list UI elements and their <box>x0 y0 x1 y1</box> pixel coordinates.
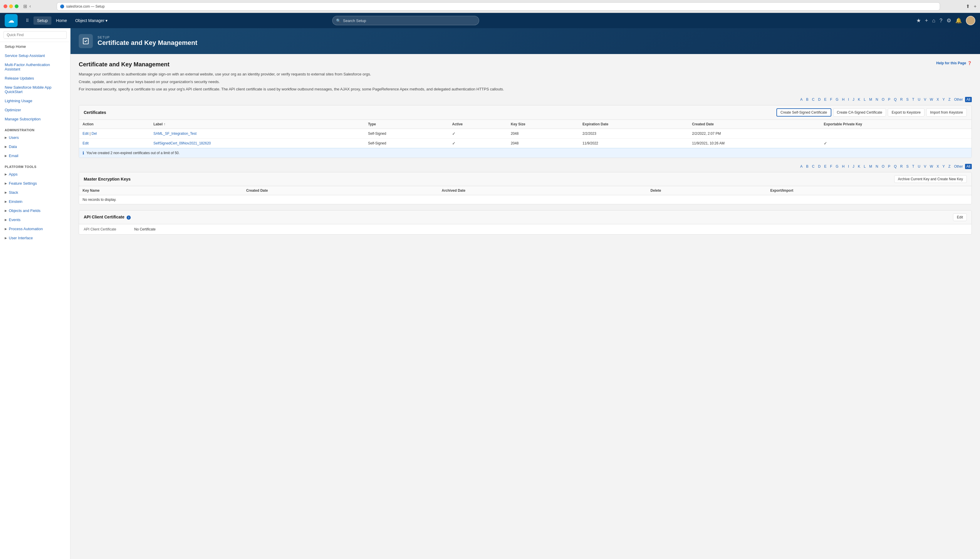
alpha-nav-c[interactable]: C <box>811 164 816 169</box>
alpha-nav-c[interactable]: C <box>811 97 816 102</box>
alpha-nav-p[interactable]: P <box>887 97 892 102</box>
alpha-nav-y[interactable]: Y <box>941 164 946 169</box>
alpha-nav-d[interactable]: D <box>817 97 822 102</box>
nav-apps-icon[interactable]: ⠿ <box>22 17 32 25</box>
nav-object-manager[interactable]: Object Manager ▾ <box>72 17 111 25</box>
alpha-nav-q[interactable]: Q <box>892 97 898 102</box>
sidebar-item-apps[interactable]: ▶ Apps <box>0 170 70 179</box>
sidebar-item-release-updates[interactable]: Release Updates <box>0 74 70 83</box>
sidebar-item-slack[interactable]: ▶ Slack <box>0 188 70 197</box>
alpha-nav-b[interactable]: B <box>804 97 810 102</box>
alpha-nav-h[interactable]: H <box>841 164 846 169</box>
alpha-nav-f[interactable]: F <box>828 164 833 169</box>
sidebar-item-setup-home[interactable]: Setup Home <box>0 42 70 51</box>
alpha-nav-i[interactable]: I <box>847 164 851 169</box>
alpha-nav-x[interactable]: X <box>935 97 940 102</box>
sidebar-item-service-setup[interactable]: Service Setup Assistant <box>0 51 70 60</box>
sidebar-item-mobile-quickstart[interactable]: New Salesforce Mobile App QuickStart <box>0 83 70 96</box>
create-self-signed-button[interactable]: Create Self-Signed Certificate <box>776 108 831 117</box>
alpha-nav-y[interactable]: Y <box>941 97 946 102</box>
sidebar-item-manage-subscription[interactable]: Manage Subscription <box>0 114 70 124</box>
edit-link-2[interactable]: Edit <box>83 141 89 146</box>
alpha-nav-j[interactable]: J <box>851 164 856 169</box>
sf-search-bar[interactable]: 🔍 Search Setup <box>332 16 479 25</box>
alpha-nav-q[interactable]: Q <box>892 164 898 169</box>
export-keystore-button[interactable]: Export to Keystore <box>888 108 924 117</box>
alpha-nav-u[interactable]: U <box>916 164 922 169</box>
alpha-nav-t[interactable]: T <box>911 164 916 169</box>
alpha-nav-v[interactable]: V <box>922 97 928 102</box>
del-link-1[interactable]: Del <box>91 132 97 136</box>
sidebar-item-einstein[interactable]: ▶ Einstein <box>0 197 70 206</box>
back-icon[interactable]: ‹ <box>29 3 31 9</box>
alpha-nav-s[interactable]: S <box>905 97 910 102</box>
star-icon[interactable]: ★ <box>916 17 921 24</box>
alpha-nav-h[interactable]: H <box>841 97 846 102</box>
alpha-nav-w[interactable]: W <box>928 97 934 102</box>
alpha-nav-r[interactable]: R <box>899 164 904 169</box>
home-icon[interactable]: ⌂ <box>932 18 935 24</box>
alpha-nav-l[interactable]: L <box>862 97 867 102</box>
alpha-nav-m[interactable]: M <box>868 97 874 102</box>
cert-label-link-2[interactable]: SelfSignedCert_09Nov2021_182620 <box>153 141 211 146</box>
alpha-nav-z[interactable]: Z <box>947 164 952 169</box>
sidebar-item-process-automation[interactable]: ▶ Process Automation <box>0 224 70 233</box>
sidebar-item-user-interface[interactable]: ▶ User Interface <box>0 233 70 243</box>
alpha-nav-f[interactable]: F <box>828 97 833 102</box>
alpha-nav-w[interactable]: W <box>928 164 934 169</box>
sidebar-item-feature-settings[interactable]: ▶ Feature Settings <box>0 179 70 188</box>
alpha-nav-s[interactable]: S <box>905 164 910 169</box>
alpha-nav-a[interactable]: A <box>799 164 804 169</box>
alpha-nav-other[interactable]: Other <box>953 164 964 169</box>
alpha-nav-z[interactable]: Z <box>947 97 952 102</box>
alpha-nav-a[interactable]: A <box>799 97 804 102</box>
sidebar-item-email[interactable]: ▶ Email <box>0 151 70 160</box>
settings-icon[interactable]: ⚙ <box>947 17 951 24</box>
alpha-nav-t[interactable]: T <box>911 97 916 102</box>
maximize-button[interactable] <box>15 4 18 8</box>
alpha-nav-d[interactable]: D <box>817 164 822 169</box>
help-icon[interactable]: ? <box>939 18 942 24</box>
sidebar-item-data[interactable]: ▶ Data <box>0 142 70 151</box>
nav-controls[interactable]: ⊞ ‹ <box>23 3 31 9</box>
alpha-nav-v[interactable]: V <box>922 164 928 169</box>
alpha-nav-i[interactable]: I <box>847 97 851 102</box>
create-ca-signed-button[interactable]: Create CA-Signed Certificate <box>833 108 886 117</box>
alpha-nav-u[interactable]: U <box>916 97 922 102</box>
quick-find-input[interactable] <box>3 31 67 39</box>
close-button[interactable] <box>3 4 7 8</box>
sidebar-item-mfa[interactable]: Multi-Factor Authentication Assistant <box>0 60 70 74</box>
alpha-nav-b[interactable]: B <box>804 164 810 169</box>
alpha-nav-e[interactable]: E <box>822 164 828 169</box>
alpha-nav-o[interactable]: O <box>881 97 886 102</box>
alpha-nav-m[interactable]: M <box>868 164 874 169</box>
add-tab-icon[interactable]: + <box>974 4 977 9</box>
url-bar[interactable]: 🔵 salesforce.com — Setup <box>57 2 940 11</box>
alpha-nav-all[interactable]: All <box>965 97 972 102</box>
sidebar-item-objects-fields[interactable]: ▶ Objects and Fields <box>0 206 70 215</box>
alpha-nav-other[interactable]: Other <box>953 97 964 102</box>
help-link[interactable]: Help for this Page ❓ <box>936 61 972 65</box>
alpha-nav-k[interactable]: K <box>856 97 862 102</box>
window-controls[interactable] <box>3 4 18 8</box>
alpha-nav-g[interactable]: G <box>834 97 840 102</box>
archive-key-button[interactable]: Archive Current Key and Create New Key <box>894 175 967 183</box>
alpha-nav-n[interactable]: N <box>874 164 880 169</box>
sidebar-item-events[interactable]: ▶ Events <box>0 215 70 224</box>
alpha-nav-x[interactable]: X <box>935 164 940 169</box>
nav-setup[interactable]: Setup <box>33 17 51 25</box>
col-label[interactable]: Label ↑ <box>150 120 364 129</box>
alpha-nav-p[interactable]: P <box>887 164 892 169</box>
alpha-nav-n[interactable]: N <box>874 97 880 102</box>
sidebar-item-users[interactable]: ▶ Users <box>0 133 70 142</box>
avatar[interactable] <box>966 16 975 25</box>
alpha-nav-k[interactable]: K <box>856 164 862 169</box>
import-keystore-button[interactable]: Import from Keystore <box>926 108 967 117</box>
alpha-nav-o[interactable]: O <box>881 164 886 169</box>
cert-label-link-1[interactable]: SAML_SF_Integration_Test <box>153 132 197 136</box>
api-cert-edit-button[interactable]: Edit <box>953 213 967 221</box>
bell-icon[interactable]: 🔔 <box>955 17 962 24</box>
alpha-nav-e[interactable]: E <box>822 97 828 102</box>
alpha-nav-j[interactable]: J <box>851 97 856 102</box>
edit-link-1[interactable]: Edit <box>83 132 89 136</box>
